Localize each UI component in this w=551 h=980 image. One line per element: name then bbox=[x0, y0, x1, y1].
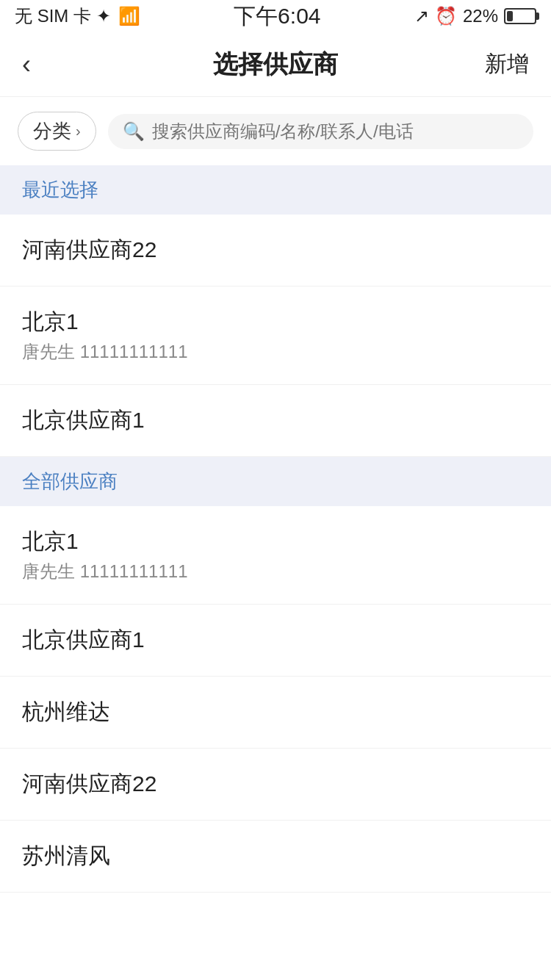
item-sub: 唐先生 11111111111 bbox=[22, 340, 529, 364]
search-box[interactable]: 🔍 bbox=[108, 114, 533, 149]
item-name: 河南供应商22 bbox=[22, 769, 529, 799]
status-bar: 无 SIM 卡 ✦ 📶 下午6:04 ↗ ⏰ 22% bbox=[0, 0, 551, 32]
status-time: 下午6:04 bbox=[234, 1, 320, 32]
category-filter-button[interactable]: 分类 › bbox=[18, 112, 96, 151]
all-section-label: 全部供应商 bbox=[22, 470, 118, 492]
item-name: 北京1 bbox=[22, 307, 529, 337]
battery-icon bbox=[504, 8, 536, 24]
all-item-0[interactable]: 北京1 唐先生 11111111111 bbox=[0, 506, 551, 605]
all-item-3[interactable]: 河南供应商22 bbox=[0, 749, 551, 821]
battery-fill bbox=[507, 11, 513, 21]
search-icon: 🔍 bbox=[123, 121, 145, 142]
filter-bar: 分类 › 🔍 bbox=[0, 97, 551, 165]
all-item-4[interactable]: 苏州清风 bbox=[0, 821, 551, 893]
status-left: 无 SIM 卡 ✦ 📶 bbox=[15, 4, 140, 28]
recent-item-1[interactable]: 北京1 唐先生 11111111111 bbox=[0, 287, 551, 385]
chevron-right-icon: › bbox=[76, 123, 81, 140]
alarm-icon: ⏰ bbox=[435, 6, 457, 26]
item-name: 苏州清风 bbox=[22, 841, 529, 871]
item-name: 北京供应商1 bbox=[22, 406, 529, 436]
recent-section-label: 最近选择 bbox=[22, 179, 98, 201]
recent-item-2[interactable]: 北京供应商1 bbox=[0, 385, 551, 457]
back-button[interactable]: ‹ bbox=[22, 49, 66, 80]
all-section-header: 全部供应商 bbox=[0, 457, 551, 506]
nav-bar: ‹ 选择供应商 新增 bbox=[0, 32, 551, 97]
recent-item-0[interactable]: 河南供应商22 bbox=[0, 215, 551, 287]
wifi-icon: 📶 bbox=[118, 6, 140, 26]
page-title: 选择供应商 bbox=[213, 48, 338, 82]
item-sub: 唐先生 11111111111 bbox=[22, 560, 529, 583]
sim-label: 无 SIM 卡 ✦ bbox=[15, 4, 111, 28]
item-name: 北京1 bbox=[22, 527, 529, 557]
location-icon: ↗ bbox=[414, 6, 429, 26]
all-item-2[interactable]: 杭州维达 bbox=[0, 677, 551, 749]
battery-percent: 22% bbox=[463, 6, 498, 26]
new-add-button[interactable]: 新增 bbox=[485, 49, 529, 79]
item-name: 北京供应商1 bbox=[22, 625, 529, 655]
item-name: 河南供应商22 bbox=[22, 235, 529, 265]
status-right: ↗ ⏰ 22% bbox=[414, 6, 536, 26]
recent-items-list: 河南供应商22 北京1 唐先生 11111111111 北京供应商1 bbox=[0, 215, 551, 457]
item-name: 杭州维达 bbox=[22, 697, 529, 727]
recent-section-header: 最近选择 bbox=[0, 165, 551, 215]
all-items-list: 北京1 唐先生 11111111111 北京供应商1 杭州维达 河南供应商22 … bbox=[0, 506, 551, 893]
category-label: 分类 bbox=[33, 118, 71, 144]
search-input[interactable] bbox=[152, 121, 519, 142]
all-item-1[interactable]: 北京供应商1 bbox=[0, 605, 551, 677]
